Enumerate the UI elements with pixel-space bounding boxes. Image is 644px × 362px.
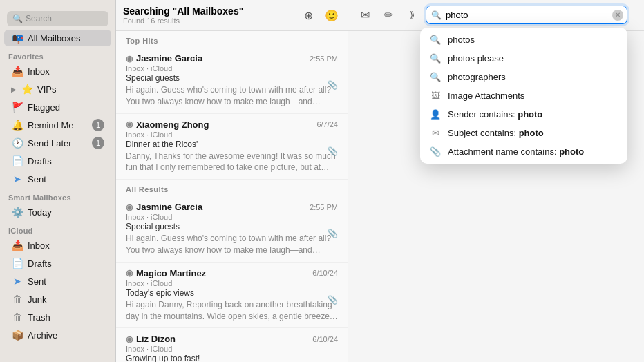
toolbar-subtitle: Found 16 results [123, 17, 294, 25]
icloud-sent-icon: ➤ [11, 275, 23, 287]
sender-avatar-dot-2: ◉ [126, 120, 133, 129]
sender-dot-r1: ◉ [126, 202, 133, 212]
email-location-r1: Inbox · iCloud [126, 213, 338, 221]
email-sender-r3: ◉ Liz Dizon [126, 334, 176, 344]
top-hits-header: Top Hits [116, 31, 348, 48]
email-location-2: Inbox · iCloud [126, 131, 338, 139]
dropdown-item-image-attachments[interactable]: 🖼 Image Attachments [420, 86, 627, 105]
email-item-result-2[interactable]: ◉ Magico Martinez 6/10/24 Inbox · iCloud… [116, 263, 348, 329]
remind-me-icon: 🔔 [11, 119, 23, 131]
sidebar-item-flagged[interactable]: 🚩 Flagged [4, 99, 111, 115]
send-later-icon: 🕐 [11, 137, 23, 149]
email-header-2: ◉ Xiaomeng Zhong 6/7/24 [126, 120, 338, 130]
sender-avatar-dot: ◉ [126, 54, 133, 64]
email-subject-r1: Special guests [126, 222, 338, 231]
sidebar-item-sent[interactable]: ➤ Sent [4, 171, 111, 187]
email-item-top-1[interactable]: ◉ Jasmine Garcia 2:55 PM Inbox · iCloud … [116, 48, 348, 114]
icloud-trash-label: Trash [28, 312, 104, 323]
send-later-badge: 1 [92, 137, 104, 149]
sidebar-search-box[interactable]: 🔍 Search [7, 11, 108, 26]
email-subject-2: Dinner at the Ricos' [126, 140, 338, 149]
email-location-r3: Inbox · iCloud [126, 345, 338, 353]
sidebar-item-remind-me[interactable]: 🔔 Remind Me 1 [4, 117, 111, 133]
email-sender-2: ◉ Xiaomeng Zhong [126, 120, 209, 130]
sidebar-item-all-mailboxes[interactable]: 📭 All Mailboxes [4, 30, 111, 46]
flagged-label: Flagged [28, 102, 104, 113]
dropdown-item-subject-contains[interactable]: ✉ Subject contains: photo [420, 124, 627, 142]
sidebar-item-today[interactable]: ⚙️ Today [4, 204, 111, 220]
search-input[interactable] [426, 6, 627, 24]
sidebar-search-label: Search [26, 14, 52, 23]
email-time-r1: 2:55 PM [310, 203, 338, 211]
email-item-result-1[interactable]: ◉ Jasmine Garcia 2:55 PM Inbox · iCloud … [116, 196, 348, 263]
compose-icon-button[interactable]: ✏ [379, 6, 398, 25]
dropdown-item-text-7: Attachment name contains: photo [448, 146, 618, 157]
sidebar-search-section: 🔍 Search [0, 6, 115, 29]
icloud-inbox-icon: 📥 [11, 239, 23, 251]
expand-icon-button[interactable]: ⟫ [402, 6, 422, 25]
email-preview-2: Danny, Thanks for the awesome evening! I… [126, 151, 338, 174]
email-subject-r2: Today's epic views [126, 288, 338, 298]
email-preview-r2: Hi again Danny, Reporting back on anothe… [126, 299, 338, 323]
icloud-junk-icon: 🗑 [11, 293, 23, 305]
emoji-button[interactable]: 🙂 [323, 6, 341, 24]
all-mailboxes-label: All Mailboxes [28, 33, 104, 44]
search-dropdown: 🔍 photos 🔍 photos please 🔍 photographers… [420, 28, 627, 164]
send-later-label: Send Later [28, 138, 88, 149]
dropdown-item-text: photos [448, 35, 618, 45]
search-suggestion-icon-3: 🔍 [430, 72, 441, 82]
sent-label: Sent [28, 174, 104, 184]
email-location-r2: Inbox · iCloud [126, 279, 338, 287]
email-location: Inbox · iCloud [126, 64, 338, 73]
image-attachments-icon: 🖼 [430, 90, 441, 101]
today-icon: ⚙️ [11, 206, 23, 218]
vips-icon: ⭐ [21, 83, 33, 95]
dropdown-item-text-3: photographers [448, 72, 618, 82]
email-list-toolbar: Searching "All Mailboxes" Found 16 resul… [116, 0, 348, 30]
sidebar-item-drafts[interactable]: 📄 Drafts [4, 153, 111, 169]
email-item-result-3[interactable]: ◉ Liz Dizon 6/10/24 Inbox · iCloud Growi… [116, 328, 348, 362]
toolbar-title: Searching "All Mailboxes" [123, 6, 294, 17]
sidebar-item-send-later[interactable]: 🕐 Send Later 1 [4, 135, 111, 151]
sidebar-item-icloud-junk[interactable]: 🗑 Junk [4, 291, 111, 307]
dropdown-item-photos-please[interactable]: 🔍 photos please [420, 49, 627, 68]
search-magnifier-icon: 🔍 [431, 10, 442, 20]
email-item-top-2[interactable]: ◉ Xiaomeng Zhong 6/7/24 Inbox · iCloud D… [116, 114, 348, 180]
all-mailboxes-icon: 📭 [11, 32, 23, 44]
sent-icon: ➤ [11, 173, 23, 185]
toolbar-info: Searching "All Mailboxes" Found 16 resul… [123, 6, 294, 25]
sidebar-item-vips[interactable]: ▶ ⭐ VIPs [4, 81, 111, 97]
icloud-junk-label: Junk [28, 294, 104, 305]
sidebar-item-icloud-sent[interactable]: ➤ Sent [4, 273, 111, 289]
dropdown-item-sender-contains[interactable]: 👤 Sender contains: photo [420, 105, 627, 124]
email-time: 2:55 PM [310, 55, 338, 63]
sidebar-item-inbox[interactable]: 📥 Inbox [4, 63, 111, 79]
search-clear-button[interactable]: ✕ [612, 10, 623, 21]
sidebar-item-icloud-archive[interactable]: 📦 Archive [4, 327, 111, 343]
email-time-r2: 6/10/24 [312, 269, 338, 277]
icloud-archive-icon: 📦 [11, 329, 23, 341]
attachment-icon: 📎 [328, 80, 338, 90]
email-preview-r1: Hi again. Guess who's coming to town wit… [126, 233, 338, 256]
sidebar-item-icloud-trash[interactable]: 🗑 Trash [4, 309, 111, 325]
flagged-icon: 🚩 [11, 101, 23, 113]
smart-mailboxes-section-label: Smart Mailboxes [0, 188, 115, 203]
drafts-label: Drafts [28, 156, 104, 166]
main-content: Searching "All Mailboxes" Found 16 resul… [116, 0, 644, 362]
dropdown-item-attachment-name[interactable]: 📎 Attachment name contains: photo [420, 142, 627, 161]
dropdown-item-photographers[interactable]: 🔍 photographers [420, 68, 627, 86]
sidebar-item-icloud-inbox[interactable]: 📥 Inbox [4, 237, 111, 254]
sender-dot-r3: ◉ [126, 334, 133, 344]
dropdown-item-photos[interactable]: 🔍 photos [420, 30, 627, 49]
today-label: Today [28, 207, 104, 218]
sidebar-item-icloud-drafts[interactable]: 📄 Drafts [4, 255, 111, 272]
attachment-icon-r1: 📎 [328, 229, 338, 238]
icloud-sent-label: Sent [28, 276, 104, 287]
inbox-label: Inbox [28, 66, 104, 77]
remind-me-badge: 1 [92, 119, 104, 131]
compose-button[interactable]: ⊕ [299, 6, 317, 24]
email-preview: Hi again. Guess who's coming to town wit… [126, 84, 338, 108]
favorites-section-label: Favorites [0, 47, 115, 62]
mail-icon-button[interactable]: ✉ [355, 6, 375, 25]
search-suggestion-icon: 🔍 [430, 35, 441, 45]
